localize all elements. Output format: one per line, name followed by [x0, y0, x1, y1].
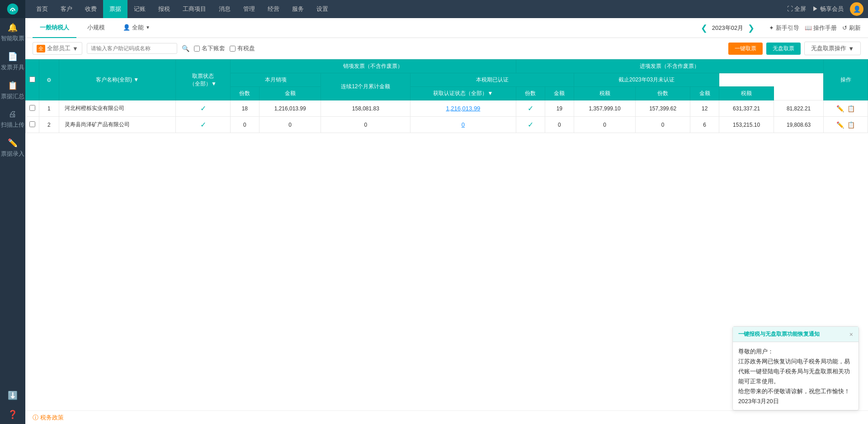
nav-business[interactable]: 工商项目	[176, 0, 212, 18]
sidebar-item-zhiqupiao[interactable]: 🔔 智能取票	[0, 18, 25, 47]
th-input-group: 进项发票（不含作废票）	[516, 60, 824, 73]
row-sales-amount: 0	[259, 117, 321, 133]
download-icon: ⬇️	[8, 391, 18, 400]
row-customer-name[interactable]: 河北柯橙栎实业有限公司	[59, 100, 175, 117]
filter-bar: 全 全部员工 ▼ 🔍 名下账套 有税盘 一键取票 无盘取票 无盘取票操作 ▼	[25, 38, 868, 59]
sidebar-item-kaiju[interactable]: 📄 发票开具	[0, 47, 25, 76]
tab-bar: 一般纳税人 小规模 👤 全能 ▼ ❮ 2023年02月 ❯ ✦ 新手引导 📖 操…	[25, 18, 868, 38]
employee-badge: 全	[37, 45, 45, 52]
user-avatar[interactable]: 👤	[850, 2, 863, 16]
tax-policy-link[interactable]: ⓘ 税务政策	[33, 414, 64, 422]
th-checkbox	[26, 60, 39, 100]
nav-customer[interactable]: 客户	[54, 0, 79, 18]
row-status: ✓	[176, 100, 230, 117]
sidebar-item-ruku[interactable]: ✏️ 票据录入	[0, 133, 25, 162]
refresh-button[interactable]: ↺ 刷新	[842, 24, 861, 32]
sidebar-item-huizong[interactable]: 📋 票据汇总	[0, 76, 25, 105]
nav-message[interactable]: 消息	[212, 0, 237, 18]
nav-invoice[interactable]: 票据	[103, 0, 127, 18]
huizong-icon: 📋	[8, 81, 18, 91]
period-nav: ❮ 2023年02月 ❯	[701, 24, 755, 32]
select-all-checkbox[interactable]	[29, 76, 35, 82]
yijian-qupiao-button[interactable]: 一键取票	[728, 43, 763, 55]
nav-home[interactable]: 首页	[30, 0, 54, 18]
nav-tax[interactable]: 报税	[152, 0, 176, 18]
tab-small-scale[interactable]: 小规模	[80, 18, 112, 38]
row-cumulative[interactable]: 0	[410, 117, 516, 133]
tab-general-taxpayer[interactable]: 一般纳税人	[33, 18, 76, 38]
ruku-icon: ✏️	[8, 138, 18, 148]
row-uncert-tax: 81,822.21	[774, 100, 823, 117]
row-checkbox[interactable]	[26, 100, 39, 117]
th-cumulative: 连续12个月累计金额	[321, 73, 410, 100]
search-input[interactable]	[87, 43, 177, 54]
sidebar-item-download[interactable]: ⬇️	[0, 386, 25, 405]
edit-icon[interactable]: ✏️	[836, 121, 844, 129]
row-cert-count: 0	[545, 117, 574, 133]
tab-actions: ✦ 新手引导 📖 操作手册 ↺ 刷新	[769, 24, 861, 32]
th-sales-count: 份数	[230, 87, 259, 100]
period-next-button[interactable]: ❯	[748, 24, 755, 32]
row-cert-status: ✓	[516, 117, 545, 133]
mingxia-checkbox[interactable]: 名下账套	[194, 44, 225, 52]
member-button[interactable]: ▶ 畅享会员	[812, 5, 844, 13]
wupan-qupiao-button[interactable]: 无盘取票	[766, 43, 801, 55]
youpan-checkbox[interactable]: 有税盘	[230, 44, 255, 52]
manual-button[interactable]: 📖 操作手册	[805, 24, 837, 32]
table-row: 1 河北柯橙栎实业有限公司 ✓ 18 1,216,013.99 158,081.…	[26, 100, 868, 117]
nav-service[interactable]: 服务	[286, 0, 310, 18]
help-icon: ❓	[8, 410, 18, 419]
row-cumulative[interactable]: 1,216,013.99	[410, 100, 516, 117]
zhiqupiao-icon: 🔔	[8, 23, 18, 33]
employee-select[interactable]: 全 全部员工 ▼	[33, 42, 82, 55]
nav-manage[interactable]: 管理	[237, 0, 261, 18]
row-uncert-tax: 19,808.63	[774, 117, 823, 133]
row-checkbox[interactable]	[26, 117, 39, 133]
notice-panel-header: 一键报税与无盘取票功能恢复通知 ×	[733, 327, 859, 342]
bottom-bar: ⓘ 税务政策	[25, 410, 868, 424]
notice-close-button[interactable]: ×	[849, 331, 853, 338]
th-uncert-amount: 金额	[690, 87, 719, 100]
fullscreen-button[interactable]: ⛶ 全屏	[787, 5, 807, 13]
row-uncert-amount: 153,215.10	[719, 117, 774, 133]
th-pickup-status: 取票状态（全部）▼	[176, 60, 230, 100]
sidebar: 🔔 智能取票 📄 发票开具 📋 票据汇总 🖨 扫描上传 ✏️ 票据录入 ⬇️ ❓	[0, 0, 25, 424]
nav-bookkeeping[interactable]: 记账	[127, 0, 152, 18]
copy-icon[interactable]: 📋	[847, 121, 855, 129]
row-cert-amount: 0	[574, 117, 635, 133]
svg-point-1	[12, 10, 14, 12]
th-sales-amount: 金额	[259, 87, 321, 100]
sidebar-item-scan[interactable]: 🖨 扫描上传	[0, 105, 25, 133]
nav-operation[interactable]: 经营	[261, 0, 286, 18]
row-cert-amount: 1,357,999.10	[574, 100, 635, 117]
row-customer-name[interactable]: 灵寿县尚泽矿产品有限公司	[59, 117, 175, 133]
kaiju-icon: 📄	[8, 52, 18, 62]
th-customer-name: 客户名称(全部) ▼	[59, 60, 175, 100]
th-monthly-sales: 本月销项	[230, 73, 321, 87]
th-sales-group: 销项发票（不含作废票）	[230, 60, 516, 73]
sidebar-bottom: ⬇️ ❓	[0, 386, 25, 424]
sidebar-item-help[interactable]: ❓	[0, 405, 25, 424]
row-sales-count: 18	[230, 100, 259, 117]
row-uncert-count: 12	[690, 100, 719, 117]
nav-fee[interactable]: 收费	[79, 0, 103, 18]
row-sales-tax: 0	[321, 117, 410, 133]
row-cert-count: 19	[545, 100, 574, 117]
copy-icon[interactable]: 📋	[847, 105, 855, 112]
search-button[interactable]: 🔍	[182, 45, 189, 52]
table-row: 2 灵寿县尚泽矿产品有限公司 ✓ 0 0 0 0 ✓ 0 0 0 6 153,2…	[26, 117, 868, 133]
ops-dropdown-button[interactable]: 无盘取票操作 ▼	[804, 42, 861, 55]
row-actions: ✏️ 📋	[824, 100, 868, 117]
th-cert-status: 获取认证状态（全部）▼	[410, 87, 516, 100]
tab-all[interactable]: 👤 全能 ▼	[116, 18, 157, 38]
scan-icon: 🖨	[9, 110, 17, 119]
period-prev-button[interactable]: ❮	[701, 24, 708, 32]
nav-settings[interactable]: 设置	[310, 0, 335, 18]
logo[interactable]	[0, 0, 25, 18]
guide-button[interactable]: ✦ 新手引导	[769, 24, 799, 32]
th-uncert-count: 份数	[636, 87, 690, 100]
notice-panel: 一键报税与无盘取票功能恢复通知 × 尊敬的用户：江苏政务网已恢复访问电子税务局功…	[732, 326, 859, 410]
edit-icon[interactable]: ✏️	[836, 105, 844, 112]
row-status: ✓	[176, 117, 230, 133]
row-uncert-amount: 631,337.21	[719, 100, 774, 117]
